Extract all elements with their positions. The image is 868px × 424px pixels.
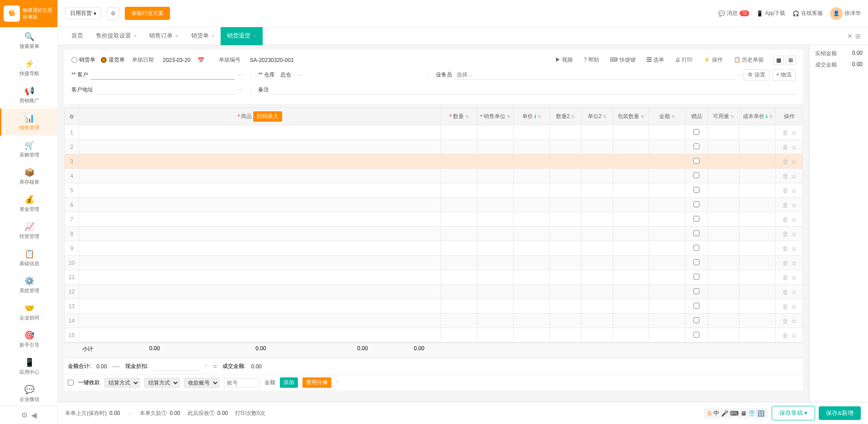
price-cell-10[interactable] — [514, 256, 550, 270]
pkg-cell-13[interactable] — [613, 299, 649, 314]
address-input[interactable] — [96, 85, 235, 95]
unit-sort-icon[interactable]: ⇅ — [507, 114, 510, 119]
toolbar-select-btn[interactable]: ☰ 选单 — [644, 55, 667, 65]
price-cell-6[interactable] — [514, 198, 550, 212]
copy-row-12[interactable]: ⧉ — [792, 289, 796, 295]
qty-cell-7[interactable] — [441, 212, 477, 227]
staff-dots[interactable]: ··· — [738, 71, 744, 79]
unit2-cell-1[interactable] — [581, 125, 613, 140]
cost-cell-3[interactable] — [740, 154, 776, 169]
qty2-cell-9[interactable] — [550, 241, 581, 256]
price-cell-12[interactable] — [514, 285, 550, 299]
product-input-3[interactable] — [82, 158, 438, 165]
method-select[interactable]: 结算方式 — [104, 378, 140, 388]
price-sort-icon[interactable]: ⇅ — [538, 114, 541, 119]
qty2-cell-1[interactable] — [550, 125, 581, 140]
discount-input[interactable] — [154, 362, 199, 371]
cost-cell-1[interactable] — [740, 125, 776, 140]
cost-sort-icon[interactable]: ⇅ — [769, 114, 773, 119]
amount-cell-5[interactable] — [649, 183, 685, 198]
staff-input[interactable] — [455, 70, 735, 80]
tab-close-sale-price[interactable]: × — [134, 33, 137, 38]
cost-cell-15[interactable] — [740, 328, 776, 343]
cost-cell-14[interactable] — [740, 314, 776, 328]
cost-cell-7[interactable] — [740, 212, 776, 227]
sidebar-item-search[interactable]: 🔍搜索菜单 — [0, 27, 57, 54]
unit2-cell-6[interactable] — [581, 198, 613, 212]
product-cell-14[interactable] — [79, 314, 441, 328]
delete-row-9[interactable]: 🗑 — [782, 245, 788, 252]
copy-row-5[interactable]: ⧉ — [792, 188, 796, 194]
qty2-sort-icon[interactable]: ⇅ — [571, 114, 575, 119]
qty2-cell-6[interactable] — [550, 198, 581, 212]
product-cell-4[interactable] — [79, 169, 441, 183]
copy-row-9[interactable]: ⧉ — [792, 246, 796, 252]
avail-cell-11[interactable] — [708, 270, 740, 285]
unit-cell-2[interactable] — [477, 140, 514, 154]
calc-select[interactable]: 结算方式 — [144, 378, 179, 388]
gift-checkbox-13[interactable] — [693, 303, 699, 309]
amount-cell-8[interactable] — [649, 227, 685, 241]
sidebar-item-apps[interactable]: 📱应用中心 — [0, 353, 57, 380]
unit-cell-1[interactable] — [477, 125, 514, 140]
tool-mic-icon[interactable]: 🎤 — [721, 410, 728, 417]
price-cell-8[interactable] — [514, 227, 550, 241]
cost-cell-10[interactable] — [740, 256, 776, 270]
avail-cell-1[interactable] — [708, 125, 740, 140]
delete-row-12[interactable]: 🗑 — [782, 288, 788, 295]
avail-sort-icon[interactable]: ⇅ — [731, 114, 734, 119]
qty-cell-6[interactable] — [441, 198, 477, 212]
sidebar-item-wechat[interactable]: 💬企业微信 — [0, 380, 57, 406]
gift-checkbox-4[interactable] — [693, 172, 699, 178]
avail-cell-8[interactable] — [708, 227, 740, 241]
unit-cell-6[interactable] — [477, 198, 514, 212]
qty2-cell-13[interactable] — [550, 299, 581, 314]
sidebar-item-marketing[interactable]: 📢营销推广 — [0, 81, 57, 109]
tab-sale-return[interactable]: 销货退货× — [221, 27, 262, 45]
pkg-cell-9[interactable] — [613, 241, 649, 256]
gift-checkbox-10[interactable] — [693, 259, 699, 265]
tab-close-sale-order[interactable]: × — [175, 33, 178, 38]
price-cell-9[interactable] — [514, 241, 550, 256]
copy-row-2[interactable]: ⧉ — [792, 144, 796, 151]
save-draft-arrow[interactable]: ▾ — [804, 410, 807, 416]
qty2-cell-4[interactable] — [550, 169, 581, 183]
qty2-cell-15[interactable] — [550, 328, 581, 343]
sidebar-item-finance[interactable]: 💰资金管理 — [0, 190, 57, 217]
sidebar-item-system[interactable]: ⚙️系统管理 — [0, 272, 57, 299]
toolbar-shortcut-btn[interactable]: ⌨ 快捷键 — [607, 55, 638, 65]
amount-cell-2[interactable] — [649, 140, 685, 154]
unit-cell-5[interactable] — [477, 183, 514, 198]
tab-sale-price[interactable]: 售价提取设置× — [90, 27, 143, 45]
cost-cell-4[interactable] — [740, 169, 776, 183]
price-cell-1[interactable] — [514, 125, 550, 140]
avail-cell-5[interactable] — [708, 183, 740, 198]
cost-cell-12[interactable] — [740, 285, 776, 299]
gift-cell-12[interactable] — [685, 285, 708, 299]
unit2-cell-8[interactable] — [581, 227, 613, 241]
copy-row-8[interactable]: ⧉ — [792, 231, 796, 238]
add-logistics-button[interactable]: + 物流 — [772, 69, 796, 81]
pkg-sort-icon[interactable]: ⇅ — [641, 114, 644, 119]
pkg-cell-7[interactable] — [613, 212, 649, 227]
gift-cell-15[interactable] — [685, 328, 708, 343]
product-cell-10[interactable] — [79, 256, 441, 270]
pkg-cell-6[interactable] — [613, 198, 649, 212]
sidebar-item-purchase[interactable]: 🛒采购管理 — [0, 136, 57, 163]
toolbar-history-btn[interactable]: 📋 历史单据 — [731, 55, 766, 65]
delete-row-2[interactable]: 🗑 — [782, 143, 788, 151]
unit2-cell-12[interactable] — [581, 285, 613, 299]
amount-cell-14[interactable] — [649, 314, 685, 328]
price-cell-11[interactable] — [514, 270, 550, 285]
radio-sale-option[interactable]: 销货单 — [71, 56, 95, 64]
qty-cell-8[interactable] — [441, 227, 477, 241]
product-cell-9[interactable] — [79, 241, 441, 256]
toolbar-print-btn[interactable]: 🖨 打印 — [672, 55, 695, 65]
gift-checkbox-15[interactable] — [693, 332, 699, 338]
tab-close-all-icon[interactable]: ✕ — [847, 33, 853, 40]
price-cell-13[interactable] — [514, 299, 550, 314]
qty-cell-15[interactable] — [441, 328, 477, 343]
qty-cell-14[interactable] — [441, 314, 477, 328]
unit2-cell-5[interactable] — [581, 183, 613, 198]
product-cell-6[interactable] — [79, 198, 441, 212]
